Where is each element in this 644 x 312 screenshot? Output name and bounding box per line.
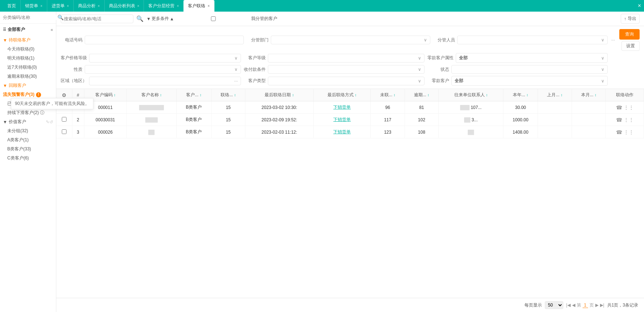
phone-input[interactable]	[85, 36, 244, 44]
search-button[interactable]: 🔍	[136, 15, 144, 22]
col-unit-contact-header[interactable]: 往来单位联系人 ↕	[439, 89, 503, 101]
filter-price-level: 客户价格等级 ∨	[61, 54, 241, 62]
tab-home[interactable]: 首页	[3, 0, 21, 12]
search-input[interactable]	[61, 15, 133, 23]
prev-page-button[interactable]: ◀	[572, 303, 575, 308]
region-input[interactable]: ···	[89, 77, 241, 85]
search-icon: 🔍	[57, 15, 64, 20]
row-checkbox-2[interactable]	[56, 114, 72, 126]
sidebar-item-c-class[interactable]: C类客户(6)	[0, 154, 56, 163]
sidebar-group-pending[interactable]: ▼ 待联络客户	[0, 36, 56, 45]
col-name-header[interactable]: 客户名称 ↕	[126, 89, 176, 101]
pagination: 每页显示 50 100 200 |◀ ◀ 第 1 页 ▶ ▶| 共1页，3条记录	[56, 298, 644, 312]
row-uncontacted-2: 117	[371, 114, 404, 126]
per-page-select[interactable]: 50 100 200	[545, 301, 563, 309]
content-area: 🔍 ▼ 更多条件 ▲ 我分管的客户 ↑ 导出 电话号码	[56, 12, 644, 312]
gender-select[interactable]: ∨	[85, 65, 241, 74]
sidebar-item-declining[interactable]: 持续下滑客户(2) ⓘ	[0, 108, 56, 117]
contact-icon[interactable]: ☎	[616, 129, 622, 135]
row-contact-1: 15	[211, 101, 245, 114]
sidebar-group-value[interactable]: ▼ 价值客户 ✎ ↺	[0, 117, 56, 126]
sidebar-group-review[interactable]: ▼ 回顾客户	[0, 81, 56, 90]
close-icon[interactable]: ×	[177, 4, 179, 8]
payment-select[interactable]: ∨	[268, 65, 424, 74]
row-unit-3: ██	[439, 126, 503, 138]
col-uncontacted-header[interactable]: 未联... ↕	[371, 89, 404, 101]
row-method-1[interactable]: 下销货单	[313, 101, 371, 114]
more-icon[interactable]: ···	[610, 37, 616, 42]
col-last-date-header[interactable]: 最后联络日期 ↕	[245, 89, 314, 101]
sidebar-item-today[interactable]: 今天待联络(0)	[0, 45, 56, 54]
col-this-year-header[interactable]: 本年... ↕	[503, 89, 538, 101]
more-actions-icon[interactable]: ⋮⋮	[624, 117, 634, 123]
sidebar-search-input[interactable]	[3, 15, 57, 20]
more-actions-icon[interactable]: ⋮⋮	[624, 105, 634, 110]
more-actions-icon[interactable]: ⋮⋮	[624, 129, 634, 135]
settings-button[interactable]: 设置	[621, 41, 640, 51]
close-icon[interactable]: ×	[98, 4, 100, 8]
action-buttons: 查询 设置	[619, 29, 640, 51]
my-customers-check[interactable]	[177, 16, 250, 21]
top-tab-bar: 首页 销货单 × 进货单 × 商品分析 × 商品分析列表 × 客户分层经营 × …	[0, 0, 644, 12]
sidebar-search-box: 🔍	[0, 12, 56, 24]
refresh-icon[interactable]: ↺	[49, 119, 53, 125]
contact-icon[interactable]: ☎	[616, 117, 622, 123]
status-select[interactable]: ∨	[451, 65, 608, 74]
col-last-month-header[interactable]: 上月... ↕	[538, 89, 572, 101]
sidebar-item-overdue[interactable]: 逾期未联络(30)	[0, 72, 56, 81]
col-overdue-header[interactable]: 逾期... ↕	[404, 89, 438, 101]
chevron-down-icon: ∨	[418, 56, 421, 61]
close-icon[interactable]: ×	[67, 4, 69, 8]
col-last-method-header[interactable]: 最后联络方式 ↕	[313, 89, 371, 101]
customer-level-select[interactable]: ∨	[268, 54, 424, 62]
dept-select[interactable]: ∨	[271, 36, 430, 44]
zero-customer-select[interactable]: 全部 ∨	[451, 76, 608, 86]
zero-attr-select[interactable]: 全部 ∨	[456, 53, 608, 63]
filter-row-4: 区域（地区） ··· 客户类型 ∨ 零款客户 全部	[61, 76, 640, 86]
tab-sales[interactable]: 销货单 ×	[21, 0, 47, 12]
row-method-2[interactable]: 下销货单	[313, 114, 371, 126]
row-overdue-2: 102	[404, 114, 438, 126]
sidebar-item-ungrouped[interactable]: 未分组(32)	[0, 126, 56, 135]
sidebar-item-a-class[interactable]: A类客户(1)	[0, 135, 56, 145]
tab-purchase[interactable]: 进货单 ×	[47, 0, 74, 12]
query-button[interactable]: 查询	[619, 29, 640, 40]
col-type-header[interactable]: 客户... ↕	[176, 89, 211, 101]
page-unit: 页	[589, 302, 594, 308]
row-checkbox-3[interactable]	[56, 126, 72, 138]
last-page-button[interactable]: ▶|	[600, 303, 604, 308]
close-icon[interactable]: ×	[208, 4, 210, 8]
edit-icon[interactable]: ✎	[46, 119, 49, 125]
tab-product-analysis-list[interactable]: 商品分析列表 ×	[105, 0, 144, 12]
more-conditions-button[interactable]: ▼ 更多条件 ▲	[146, 16, 174, 22]
sidebar: 🔍 ⠿ 全部客户 « ▼ 待联络客户 今天待联络(0) 明天待联络(1) 近7天…	[0, 12, 56, 312]
close-icon[interactable]: ×	[40, 4, 43, 8]
first-page-button[interactable]: |◀	[566, 303, 571, 308]
price-level-select[interactable]: ∨	[89, 54, 241, 62]
col-contact-header[interactable]: 联络... ↕	[211, 89, 245, 101]
next-page-button[interactable]: ▶	[595, 303, 599, 308]
close-icon[interactable]: ×	[137, 4, 140, 8]
sidebar-item-7days[interactable]: 近7天待联络(0)	[0, 63, 56, 72]
chevron-down-icon: ∨	[601, 78, 604, 84]
chevron-down-icon: ∨	[234, 56, 238, 61]
collapse-icon[interactable]: «	[51, 27, 53, 32]
contact-icon[interactable]: ☎	[616, 105, 622, 110]
row-unit-1: ███ 107...	[439, 101, 503, 114]
row-contact-2: 15	[211, 114, 245, 126]
export-button[interactable]: ↑ 导出	[621, 14, 640, 24]
filter-dept: 分管部门 ∨	[247, 36, 430, 44]
row-month-3	[572, 126, 605, 138]
tab-customer-stratify[interactable]: 客户分层经营 ×	[144, 0, 184, 12]
row-lmonth-3	[538, 126, 572, 138]
col-this-month-header[interactable]: 本月... ↕	[572, 89, 605, 101]
sidebar-item-tomorrow[interactable]: 明天待联络(1)	[0, 54, 56, 63]
row-method-3[interactable]: 下销货单	[313, 126, 371, 138]
tab-customer-contact[interactable]: 客户联络 ×	[184, 0, 214, 12]
customer-type-select[interactable]: ∨	[268, 77, 424, 85]
filter-region: 区域（地区） ···	[61, 77, 241, 85]
sidebar-item-b-class[interactable]: B类客户(33)	[0, 145, 56, 154]
manager-select[interactable]: ∨	[457, 36, 608, 44]
close-all-button[interactable]: ×	[638, 3, 641, 9]
tab-product-analysis[interactable]: 商品分析 ×	[74, 0, 105, 12]
